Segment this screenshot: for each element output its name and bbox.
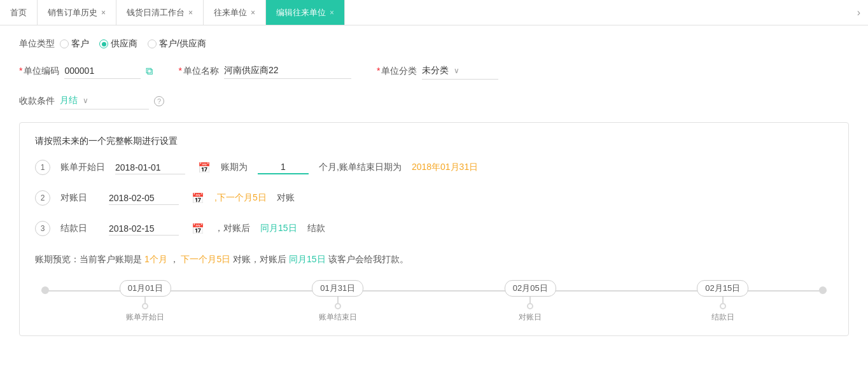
radio-both-label: 客户/供应商 xyxy=(159,38,206,50)
payment-help-icon[interactable]: ? xyxy=(154,96,164,106)
payment-group: 收款条件 月结 ∨ ? xyxy=(19,92,164,109)
payment-row: 收款条件 月结 ∨ ? xyxy=(19,92,849,109)
timeline-pill-4: 02月15日 xyxy=(697,280,748,297)
step-row-2: 2 对账日 📅 ,下一个月5日 对账 xyxy=(35,190,833,206)
tab-edit-partner[interactable]: 编辑往来单位 × xyxy=(266,0,345,25)
tab-partner-label: 往来单位 xyxy=(214,7,247,18)
timeline-container: 01月01日 账单开始日 01月31日 账单结束日 02月05日 xyxy=(35,280,833,323)
preview-part5: 同月15日 xyxy=(289,254,326,264)
preview-part2: ， xyxy=(170,254,179,264)
step3-prefix: ，对账后 xyxy=(214,223,250,234)
radio-customer-circle xyxy=(60,39,69,48)
radio-both-circle xyxy=(148,39,157,48)
step2-text: 对账 xyxy=(277,192,295,204)
step-date-1[interactable] xyxy=(115,161,185,174)
step-date-2[interactable] xyxy=(109,192,179,205)
step-period-suffix: 个月,账单结束日期为 xyxy=(319,162,402,173)
unit-type-label: 单位类型 xyxy=(19,38,55,50)
timeline-pill-2: 01月31日 xyxy=(312,280,363,297)
tab-cash-work-close[interactable]: × xyxy=(188,8,193,17)
code-label: 单位编码 xyxy=(19,66,59,77)
step-period-prefix: 账期为 xyxy=(221,162,248,173)
preview-part3: 下一个月5日 xyxy=(181,254,230,264)
classify-value: 未分类 xyxy=(422,65,449,76)
calendar-icon-2[interactable]: 📅 xyxy=(192,192,204,204)
step-num-2: 2 xyxy=(35,190,50,206)
timeline-label-1: 账单开始日 xyxy=(126,312,164,323)
tab-more-button[interactable]: › xyxy=(850,7,868,18)
step3-text: 结款 xyxy=(307,223,325,234)
timeline-pill-3: 02月05日 xyxy=(505,280,556,297)
radio-customer[interactable]: 客户 xyxy=(60,38,89,50)
step-date-3[interactable] xyxy=(109,222,179,236)
tab-bar: 首页 销售订单历史 × 钱货日清工作台 × 往来单位 × 编辑往来单位 × › xyxy=(0,0,868,25)
payment-dropdown-arrow: ∨ xyxy=(83,96,88,105)
tab-edit-partner-label: 编辑往来单位 xyxy=(276,7,326,18)
radio-group: 客户 供应商 客户/供应商 xyxy=(60,38,206,50)
preview-prefix: 账期预览：当前客户账期是 xyxy=(35,254,142,264)
timeline-pill-3-wrap: 02月05日 对账日 xyxy=(505,280,556,323)
tab-sales-history[interactable]: 销售订单历史 × xyxy=(38,0,116,25)
copy-icon[interactable]: ⧉ xyxy=(146,66,153,77)
code-name-row: 单位编码 ⧉ 单位名称 单位分类 未分类 ∨ xyxy=(19,62,849,80)
code-group: 单位编码 ⧉ xyxy=(19,63,153,79)
step-label-2: 对账日 xyxy=(60,192,99,204)
unit-type-row: 单位类型 客户 供应商 客户/供应商 xyxy=(19,38,849,50)
name-label: 单位名称 xyxy=(178,66,218,77)
radio-supplier[interactable]: 供应商 xyxy=(99,38,137,50)
tab-sales-history-label: 销售订单历史 xyxy=(48,7,97,18)
name-group: 单位名称 xyxy=(178,63,351,79)
tab-partner[interactable]: 往来单位 × xyxy=(204,0,266,25)
payment-dropdown[interactable]: 月结 ∨ xyxy=(60,92,149,109)
step-row-1: 1 账单开始日 📅 账期为 个月,账单结束日期为 2018年01月31日 xyxy=(35,160,833,175)
payment-value: 月结 xyxy=(60,95,78,106)
classify-label: 单位分类 xyxy=(377,66,417,77)
timeline-node-1 xyxy=(41,280,49,298)
step-label-3: 结款日 xyxy=(60,223,99,234)
timeline-pill-2-wrap: 01月31日 账单结束日 xyxy=(312,280,363,323)
timeline-label-2: 账单结束日 xyxy=(319,312,357,323)
classify-dropdown-arrow: ∨ xyxy=(454,66,459,75)
step2-orange: ,下一个月5日 xyxy=(214,192,267,204)
step-num-1: 1 xyxy=(35,160,50,175)
preview-part1: 1个月 xyxy=(144,254,167,264)
classify-dropdown[interactable]: 未分类 ∨ xyxy=(422,62,498,80)
code-input[interactable] xyxy=(64,63,141,79)
preview-part4: 对账，对账后 xyxy=(233,254,286,264)
radio-customer-label: 客户 xyxy=(71,38,89,50)
timeline-pill-1-wrap: 01月01日 账单开始日 xyxy=(120,280,171,323)
step3-teal: 同月15日 xyxy=(260,223,297,234)
period-value-input[interactable] xyxy=(258,160,309,174)
classify-group: 单位分类 未分类 ∨ xyxy=(377,62,498,80)
tab-edit-partner-close[interactable]: × xyxy=(330,8,334,17)
radio-supplier-circle xyxy=(99,39,108,48)
step-label-1: 账单开始日 xyxy=(60,162,105,173)
name-input[interactable] xyxy=(224,63,351,79)
section-description: 请按照未来的一个完整帐期进行设置 xyxy=(35,136,833,147)
timeline-pill-1: 01月01日 xyxy=(120,280,171,297)
tab-sales-history-close[interactable]: × xyxy=(101,8,106,17)
calendar-icon-3[interactable]: 📅 xyxy=(192,223,204,235)
calendar-icon-1[interactable]: 📅 xyxy=(198,162,211,174)
period-end-date: 2018年01月31日 xyxy=(412,162,478,173)
preview-text: 账期预览：当前客户账期是 1个月 ， 下一个月5日 对账，对账后 同月15日 该… xyxy=(35,251,833,267)
timeline-label-4: 结款日 xyxy=(711,312,734,323)
tab-cash-work[interactable]: 钱货日清工作台 × xyxy=(116,0,204,25)
period-section: 请按照未来的一个完整帐期进行设置 1 账单开始日 📅 账期为 个月,账单结束日期… xyxy=(19,122,849,336)
timeline-pill-4-wrap: 02月15日 结款日 xyxy=(697,280,748,323)
step-num-3: 3 xyxy=(35,221,50,236)
payment-label: 收款条件 xyxy=(19,95,55,107)
timeline-label-3: 对账日 xyxy=(519,312,542,323)
step-row-3: 3 结款日 📅 ，对账后 同月15日 结款 xyxy=(35,221,833,236)
tab-cash-work-label: 钱货日清工作台 xyxy=(127,7,185,18)
tab-home[interactable]: 首页 xyxy=(0,0,38,25)
tab-home-label: 首页 xyxy=(10,7,27,18)
timeline-end-node xyxy=(819,280,827,298)
unit-type-group: 单位类型 客户 供应商 客户/供应商 xyxy=(19,38,206,50)
radio-both[interactable]: 客户/供应商 xyxy=(148,38,206,50)
radio-supplier-label: 供应商 xyxy=(111,38,137,50)
preview-part6: 该客户会给我打款。 xyxy=(328,254,409,264)
tab-partner-close[interactable]: × xyxy=(251,8,255,17)
main-content: 单位类型 客户 供应商 客户/供应商 单位编码 ⧉ xyxy=(0,25,868,387)
